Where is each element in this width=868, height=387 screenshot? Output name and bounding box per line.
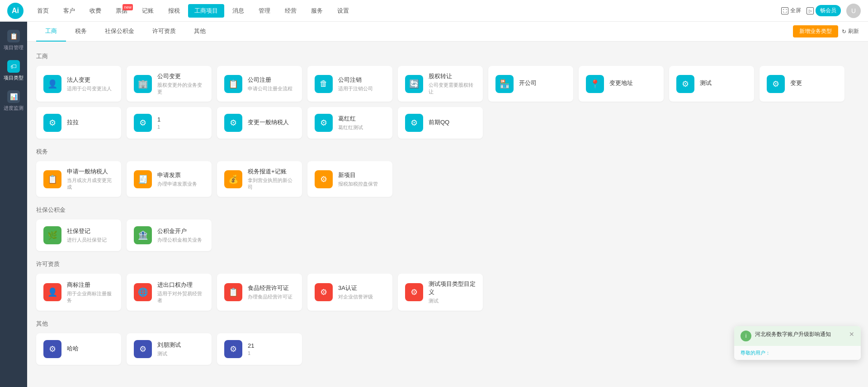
card-fund-account[interactable]: 🏦公积金开户办理公积金相关业务 [127, 219, 212, 251]
nav-item-customers[interactable]: 客户 [57, 4, 81, 18]
card-legal-change[interactable]: 👤法人变更适用于公司变更法人 [36, 66, 121, 102]
card-haha[interactable]: ⚙哈哈 [36, 333, 121, 365]
card-info-new-project: 新项目报税加税控盘保管 [338, 171, 385, 187]
card-desc-fund-account: 办理公积金相关业务 [157, 237, 204, 243]
card-food-permit[interactable]: 📋食品经营许可证办理食品经营许可证 [217, 274, 302, 311]
new-type-button[interactable]: 新增业务类型 [793, 25, 838, 37]
nav-item-tax[interactable]: 报税 [162, 4, 186, 18]
card-new-project[interactable]: ⚙新项目报税加税控盘保管 [307, 161, 392, 197]
card-name-fund-account: 公积金开户 [157, 227, 204, 235]
cards-grid-gongshang: 👤法人变更适用于公司变更法人🏢公司变更股权变更外的业务变更📋公司注册申请公司注册… [36, 66, 859, 139]
card-icon-fund-account: 🏦 [134, 226, 152, 244]
card-apply-taxpayer[interactable]: 📋申请一般纳税人当月或次月成变更完成 [36, 161, 121, 197]
tab-gongshang[interactable]: 工商 [36, 22, 66, 42]
card-icon-test: ⚙ [676, 75, 694, 93]
card-info-liupeng-test: 刘朋测试测试 [157, 341, 204, 357]
notif-footer: 尊敬的用户： [734, 346, 861, 360]
notif-user[interactable]: 尊敬的用户： [741, 350, 770, 355]
card-change-taxpayer[interactable]: ⚙变更一般纳税人 [217, 107, 302, 139]
card-icon-change-address: 📍 [586, 75, 604, 93]
card-company-reg[interactable]: 📋公司注册申请公司注册全流程 [217, 66, 302, 102]
fullscreen-btn[interactable]: ⛶ 全屏 [781, 7, 801, 14]
card-name-twenty-one: 21 [248, 342, 295, 349]
card-name-food-permit: 食品经营许可证 [248, 284, 295, 292]
card-lala[interactable]: ⚙拉拉 [36, 107, 121, 139]
card-name-company-change: 公司变更 [157, 72, 204, 80]
nav-item-bizproject[interactable]: 工商项目 [188, 4, 224, 18]
nav-item-messages[interactable]: 消息 [226, 4, 250, 18]
card-apply-invoice[interactable]: 🧾申请发票办理申请发票业务 [127, 161, 212, 197]
card-desc-twenty-one: 1 [248, 350, 295, 356]
card-desc-food-permit: 办理食品经营许可证 [248, 294, 295, 300]
card-icon-equity-transfer: 🔄 [405, 75, 423, 93]
card-change-address[interactable]: 📍变更地址 [579, 66, 664, 102]
card-social-insurance[interactable]: 🌿社保登记进行人员社保登记 [36, 219, 121, 251]
sidebar-icon-project-mgmt: 📋 [7, 30, 20, 42]
nav-item-services[interactable]: 服务 [305, 4, 329, 18]
logo: Ai [7, 3, 24, 19]
card-name-liupeng-test: 刘朋测试 [157, 341, 204, 349]
fullscreen-icon: ⛶ [781, 7, 788, 14]
card-name-social-insurance: 社保登记 [67, 227, 114, 235]
card-icon-company-cancel: 🗑 [315, 75, 333, 93]
card-info-import-export: 进出口权办理适用于对外贸易经营者 [157, 281, 204, 304]
card-info-company-change: 公司变更股权变更外的业务变更 [157, 72, 204, 95]
cards-grid-shebao: 🌿社保登记进行人员社保登记🏦公积金开户办理公积金相关业务 [36, 219, 859, 251]
notif-close-button[interactable]: ✕ [849, 331, 854, 338]
card-info-qqprev: 前期QQ [429, 118, 476, 128]
refresh-icon: ↻ [842, 28, 846, 35]
card-twenty-one[interactable]: ⚙211 [217, 333, 302, 365]
refresh-button[interactable]: ↻ 刷新 [842, 28, 859, 35]
nav-item-accounting[interactable]: 记账 [136, 4, 160, 18]
card-liupeng-test[interactable]: ⚙刘朋测试测试 [127, 333, 212, 365]
notification-popup: i 河北税务数字账户升级影响通知 ✕ 尊敬的用户： [734, 326, 861, 360]
sidebar-icon-project-type: 🏷 [7, 60, 20, 73]
nav-item-settings[interactable]: 设置 [331, 4, 355, 18]
card-desc-one: 1 [157, 124, 204, 130]
nav-items: 首页客户收费票据new记账报税工商项目消息管理经营服务设置 [31, 4, 781, 18]
card-one[interactable]: ⚙11 [127, 107, 212, 139]
card-company-change[interactable]: 🏢公司变更股权变更外的业务变更 [127, 66, 212, 102]
avatar[interactable]: U [846, 4, 861, 18]
tab-other[interactable]: 其他 [185, 22, 215, 42]
card-icon-one: ⚙ [134, 114, 152, 132]
card-info-apply-taxpayer: 申请一般纳税人当月或次月成变更完成 [67, 168, 114, 191]
card-company-cancel[interactable]: 🗑公司注销适用于注销公司 [307, 66, 392, 102]
card-test[interactable]: ⚙测试 [669, 66, 754, 102]
nav-item-home[interactable]: 首页 [31, 4, 55, 18]
sidebar-label-progress: 进度监测 [4, 105, 24, 112]
card-open-company[interactable]: 🏪开公司 [488, 66, 573, 102]
sidebar-item-progress[interactable]: 📊 进度监测 [0, 86, 27, 116]
tab-shebao[interactable]: 社保公积金 [96, 22, 143, 42]
sidebar-label-project-type: 项目类型 [4, 75, 24, 81]
card-info-3a-cert: 3A认证对企业信誉评级 [338, 284, 385, 300]
top-nav: Ai 首页客户收费票据new记账报税工商项目消息管理经营服务设置 ⛶ 全屏 ▷ … [0, 0, 868, 22]
card-qqprev[interactable]: ⚙前期QQ [398, 107, 483, 139]
card-test-type-def[interactable]: ⚙测试项目类型目定义测试 [398, 274, 483, 311]
member-btn[interactable]: ▷ 畅会员 [807, 5, 841, 16]
card-icon-gehonghong: ⚙ [315, 114, 333, 132]
card-info-equity-transfer: 股权转让公司变更需要股权转让 [429, 72, 476, 95]
nav-item-management[interactable]: 管理 [252, 4, 277, 18]
card-name-one: 1 [157, 116, 204, 123]
card-desc-company-cancel: 适用于注销公司 [338, 85, 385, 92]
card-equity-transfer[interactable]: 🔄股权转让公司变更需要股权转让 [398, 66, 483, 102]
sidebar-item-project-mgmt[interactable]: 📋 项目管理 [0, 25, 27, 56]
tab-shuiwu[interactable]: 税务 [66, 22, 96, 42]
card-icon-apply-invoice: 🧾 [134, 170, 152, 188]
nav-item-operations[interactable]: 经营 [278, 4, 303, 18]
card-change[interactable]: ⚙变更 [760, 66, 844, 102]
card-tax-report[interactable]: 💰税务报道+记账拿到营业执照的新公司 [217, 161, 302, 197]
nav-item-tickets[interactable]: 票据new [109, 4, 134, 18]
sidebar-item-project-type[interactable]: 🏷 项目类型 [0, 56, 27, 86]
notif-header: i 河北税务数字账户升级影响通知 ✕ [734, 326, 861, 346]
card-3a-cert[interactable]: ⚙3A认证对企业信誉评级 [307, 274, 392, 311]
card-desc-tax-report: 拿到营业执照的新公司 [248, 177, 295, 191]
nav-item-billing[interactable]: 收费 [83, 4, 108, 18]
tab-xuke[interactable]: 许可资质 [143, 22, 185, 42]
card-import-export[interactable]: 🌐进出口权办理适用于对外贸易经营者 [127, 274, 212, 311]
sidebar-icon-progress: 📊 [7, 90, 20, 103]
card-gehonghong[interactable]: ⚙葛红红葛红红测试 [307, 107, 392, 139]
card-name-company-reg: 公司注册 [248, 76, 295, 84]
card-trademark[interactable]: 👤商标注册用于企业商标注册服务 [36, 274, 121, 311]
